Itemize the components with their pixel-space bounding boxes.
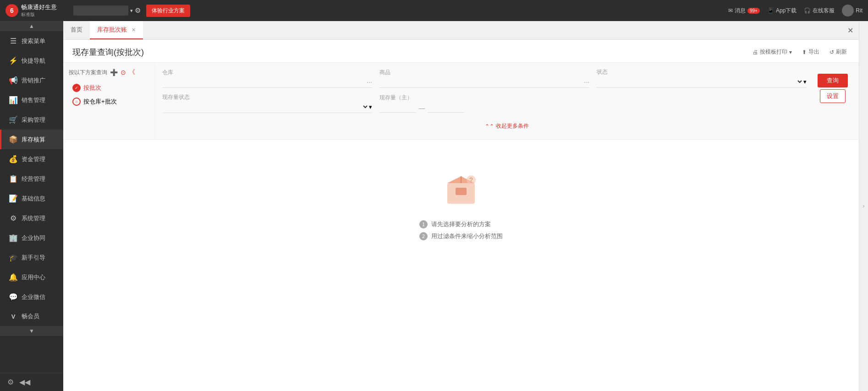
enterprise-icon: 🏢	[9, 234, 18, 242]
sidebar-scroll-up[interactable]: ▲	[0, 21, 63, 31]
sidebar-item-search[interactable]: ☰ 搜索菜单	[0, 31, 63, 51]
header-gear-icon[interactable]: ⚙	[135, 6, 141, 15]
scheme-icon-inactive: ○	[72, 98, 81, 106]
sidebar-item-inventory[interactable]: 📦 库存核算	[0, 130, 63, 149]
username: Rit	[856, 7, 863, 14]
sidebar-item-marketing[interactable]: 📢 营销推广	[0, 71, 63, 90]
product-dots[interactable]: ···	[584, 78, 589, 86]
app-download-item[interactable]: 📱 App下载	[767, 7, 797, 15]
app-name: 畅康通好生意	[21, 3, 57, 11]
inventory-icon: 📦	[9, 135, 18, 144]
empty-tip-1: 1 请先选择要分析的方案	[419, 220, 503, 228]
svg-rect-3	[456, 188, 467, 195]
warehouse-input-wrap: ···	[162, 78, 372, 88]
stock-status-arrow-icon: ▾	[369, 103, 372, 110]
filter-right: 仓库 ··· 商品	[155, 63, 859, 139]
warehouse-input[interactable]	[162, 78, 367, 85]
print-template-btn[interactable]: 🖨 按模板打印 ▾	[750, 46, 795, 58]
sidebar-item-wechat[interactable]: 💬 企业微信	[0, 287, 63, 307]
logo-icon: 6	[5, 4, 18, 17]
headset-icon: 🎧	[804, 7, 811, 14]
sidebar-item-sales[interactable]: 📊 销售管理	[0, 90, 63, 110]
product-input[interactable]	[379, 78, 584, 85]
messages-badge: 99+	[747, 8, 760, 14]
search-input[interactable]	[73, 5, 128, 16]
tab-bar: 首页 库存批次账 ✕ ✕	[63, 21, 859, 40]
right-btns: 查询 设置	[814, 68, 852, 109]
panel-close-btn[interactable]: ✕	[842, 26, 859, 35]
filter-field-status: 状态 ▾	[597, 68, 807, 88]
right-panel-toggle[interactable]: ›	[859, 21, 868, 391]
scheme-settings-btn[interactable]: ⊙	[121, 68, 126, 76]
marketing-icon: 📢	[9, 76, 18, 85]
export-btn[interactable]: ⬆ 导出	[799, 46, 822, 58]
empty-tips: 1 请先选择要分析的方案 2 用过滤条件来缩小分析范围	[419, 220, 503, 240]
stock-qty-min[interactable]	[379, 103, 416, 113]
message-icon: ✉	[728, 7, 733, 14]
experience-button[interactable]: 体验行业方案	[146, 5, 190, 17]
printer-icon: 🖨	[753, 49, 758, 55]
tab-home[interactable]: 首页	[63, 21, 90, 39]
search-dropdown-btn[interactable]: ▾	[130, 8, 133, 14]
stock-status-select[interactable]	[162, 103, 369, 111]
refresh-icon: ↺	[830, 49, 834, 55]
status-select[interactable]	[597, 78, 803, 86]
filter-field-stock-status: 现存量状态 ▾	[162, 93, 372, 113]
warehouse-dots[interactable]: ···	[367, 78, 372, 86]
tab-inventory-batch[interactable]: 库存批次账 ✕	[90, 21, 143, 39]
tab-close-icon[interactable]: ✕	[132, 27, 136, 33]
collapse-filter-btn[interactable]: 《	[129, 68, 135, 76]
empty-state-icon: ?	[438, 167, 484, 213]
collapse-more-btn[interactable]: ⌃⌃ 收起更多条件	[485, 122, 529, 130]
tip-num-1: 1	[419, 220, 428, 228]
add-scheme-btn[interactable]: ➕	[110, 68, 118, 76]
filter-left-icons: ➕ ⊙ 《	[110, 68, 135, 76]
sidebar-item-enterprise[interactable]: 🏢 企业协同	[0, 228, 63, 248]
query-button[interactable]: 查询	[818, 74, 848, 87]
refresh-btn[interactable]: ↺ 刷新	[827, 46, 850, 58]
scheme-by-batch[interactable]: ✓ 按批次	[69, 81, 149, 95]
logo-area: 6 畅康通好生意 标准版	[5, 3, 65, 18]
top-header: 6 畅康通好生意 标准版 ▾ ⚙ 体验行业方案 ✉ 消息 99+ 📱 App下载…	[0, 0, 868, 21]
user-area[interactable]: Rit	[842, 5, 863, 16]
sidebar-item-quick-nav[interactable]: ⚡ 快捷导航	[0, 51, 63, 71]
empty-tip-2: 2 用过滤条件来缩小分析范围	[419, 232, 503, 240]
sidebar-item-appstore[interactable]: 🔔 应用中心	[0, 267, 63, 287]
user-avatar	[842, 5, 854, 16]
product-input-wrap: ···	[379, 78, 589, 88]
svg-text:?: ?	[469, 176, 473, 184]
filter-panel: 按以下方案查询 ➕ ⊙ 《 ✓ 按批次 ○ 按仓库+批次	[63, 63, 859, 140]
scheme-by-warehouse-batch[interactable]: ○ 按仓库+批次	[69, 95, 149, 109]
page-actions: 🖨 按模板打印 ▾ ⬆ 导出 ↺ 刷新	[750, 46, 850, 58]
sidebar-item-operations[interactable]: 📋 经营管理	[0, 169, 63, 189]
operations-icon: 📋	[9, 174, 18, 183]
filter-left: 按以下方案查询 ➕ ⊙ 《 ✓ 按批次 ○ 按仓库+批次	[63, 63, 155, 139]
phone-icon: 📱	[767, 7, 774, 14]
filter-field-product: 商品 ···	[379, 69, 589, 88]
page-title: 现存量查询(按批次)	[72, 47, 144, 58]
header-search-area: ▾ ⚙	[73, 5, 141, 16]
finance-icon: 💰	[9, 155, 18, 163]
sidebar-collapse-btn[interactable]: ◀◀	[19, 378, 30, 386]
filter-field-stock-qty: 现存量（主） —	[379, 94, 589, 113]
search-icon: ☰	[9, 37, 18, 45]
sidebar-item-system[interactable]: ⚙ 系统管理	[0, 208, 63, 228]
stock-qty-max[interactable]	[428, 103, 464, 113]
sidebar-item-purchase[interactable]: 🛒 采购管理	[0, 110, 63, 130]
header-right: ✉ 消息 99+ 📱 App下载 🎧 在线客服 Rit	[728, 5, 863, 16]
settings-button[interactable]: 设置	[820, 89, 846, 103]
sidebar-item-newbie[interactable]: 🎓 新手引导	[0, 248, 63, 267]
export-icon: ⬆	[802, 49, 807, 55]
online-service-item[interactable]: 🎧 在线客服	[804, 7, 835, 15]
sidebar-item-member[interactable]: V 畅会员	[0, 307, 63, 326]
newbie-icon: 🎓	[9, 253, 18, 262]
basic-icon: 📝	[9, 194, 18, 203]
messages-item[interactable]: ✉ 消息 99+	[728, 7, 760, 15]
stock-status-wrap: ▾	[162, 103, 372, 113]
sidebar-item-finance[interactable]: 💰 资金管理	[0, 149, 63, 169]
sidebar-item-basic[interactable]: 📝 基础信息	[0, 189, 63, 208]
sidebar-settings-btn[interactable]: ⚙	[7, 378, 14, 386]
stock-qty-range: —	[379, 103, 589, 113]
sidebar-scroll-down[interactable]: ▼	[0, 326, 63, 336]
page-header: 现存量查询(按批次) 🖨 按模板打印 ▾ ⬆ 导出 ↺ 刷新	[63, 40, 859, 63]
